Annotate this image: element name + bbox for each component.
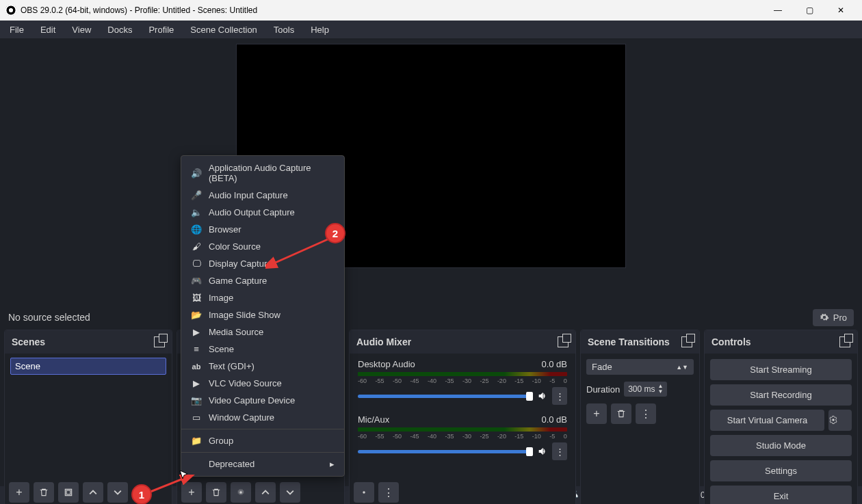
channel-level: 0.0 dB [541,359,567,369]
menu-group[interactable]: 📁Group [181,432,344,449]
svg-rect-1 [66,490,70,494]
remove-scene-button[interactable] [34,482,54,503]
menu-docks[interactable]: Docks [101,23,139,37]
audio-mixer-panel: Audio Mixer Desktop Audio 0.0 dB -60-55-… [349,330,576,504]
chevron-right-icon: ▸ [330,459,335,469]
menu-image-slide-show[interactable]: 📂Image Slide Show [181,306,344,323]
menu-text-gdi[interactable]: abText (GDI+) [181,358,344,375]
virtual-camera-settings-button[interactable] [828,410,852,431]
folder-icon: 📂 [191,310,202,320]
add-source-context-menu: 🔊Application Audio Capture (BETA) 🎤Audio… [181,155,345,477]
window-title: OBS 29.0.2 (64-bit, windows) - Profile: … [21,5,762,15]
scene-down-button[interactable] [107,482,128,503]
menu-help[interactable]: Help [304,23,336,37]
source-up-button[interactable] [255,482,276,503]
annotation-badge-1: 1 [131,484,152,504]
minimize-button[interactable]: — [762,0,794,21]
mixer-channel-desktop: Desktop Audio 0.0 dB -60-55-50-45-40-35-… [358,359,567,405]
channel-menu-button[interactable]: ⋮ [552,442,567,460]
start-recording-button[interactable]: Start Recording [710,384,852,406]
brush-icon: 🖌 [191,241,202,252]
properties-label: Pro [833,313,847,323]
source-toolbar: No source selected Pro [0,305,862,330]
scene-filters-button[interactable] [58,482,79,503]
channel-level: 0.0 dB [541,414,567,425]
titlebar: OBS 29.0.2 (64-bit, windows) - Profile: … [0,0,862,21]
menu-scene-collection[interactable]: Scene Collection [183,23,264,37]
remove-transition-button[interactable] [611,403,631,424]
menubar: File Edit View Docks Profile Scene Colle… [0,21,862,38]
no-source-label: No source selected [8,312,90,323]
meter-ticks: -60-55-50-45-40-35-30-25-20-15-10-50 [358,377,567,384]
scene-up-button[interactable] [83,482,103,503]
mixer-channel-mic: Mic/Aux 0.0 dB -60-55-50-45-40-35-30-25-… [358,414,567,460]
transition-select[interactable]: Fade ▲▼ [586,359,694,375]
menu-vlc-source[interactable]: ▶VLC Video Source [181,375,344,392]
speaker-icon: 🔈 [191,207,202,217]
transitions-panel: Scene Transitions Fade ▲▼ Duration 300 m… [580,330,700,504]
sources-toolbar: + [181,482,300,503]
close-button[interactable]: ✕ [825,0,857,21]
mic-icon: 🎤 [191,190,202,200]
preview-area [0,38,862,305]
start-virtual-camera-button[interactable]: Start Virtual Camera [710,410,824,431]
controls-panel: Controls Start Streaming Start Recording… [704,330,858,504]
obs-app-icon [5,5,16,16]
menu-media-source[interactable]: ▶Media Source [181,323,344,341]
menu-window-capture[interactable]: ▭Window Capture [181,409,344,426]
menu-profile[interactable]: Profile [142,23,181,37]
studio-mode-button[interactable]: Studio Mode [710,435,852,456]
source-down-button[interactable] [280,482,300,503]
controls-title: Controls [711,336,751,347]
menu-separator [181,452,344,453]
popout-icon[interactable] [681,336,692,347]
folder-icon: 📁 [191,436,202,446]
mixer-title: Audio Mixer [356,336,411,347]
exit-button[interactable]: Exit [710,486,852,504]
add-scene-button[interactable]: + [9,482,29,503]
speaker-icon[interactable] [537,390,548,401]
menu-image[interactable]: 🖼Image [181,289,344,306]
volume-slider[interactable] [358,450,533,453]
camera-icon: 📷 [191,395,202,406]
channel-menu-button[interactable]: ⋮ [552,387,567,405]
speaker-icon[interactable] [537,446,548,457]
popout-icon[interactable] [839,336,850,347]
menu-view[interactable]: View [65,23,98,37]
menu-tools[interactable]: Tools [267,23,301,37]
volume-slider[interactable] [358,395,533,398]
menu-deprecated[interactable]: Deprecated▸ [181,455,344,473]
svg-point-3 [363,491,365,494]
menu-audio-input-capture[interactable]: 🎤Audio Input Capture [181,187,344,204]
window-buttons: — ▢ ✕ [762,0,857,21]
settings-button[interactable]: Settings [710,460,852,481]
play-icon: ▶ [191,378,202,388]
menu-audio-output-capture[interactable]: 🔈Audio Output Capture [181,204,344,221]
menu-app-audio-capture[interactable]: 🔊Application Audio Capture (BETA) [181,159,344,187]
transitions-title: Scene Transitions [588,336,670,347]
popout-icon[interactable] [154,336,165,347]
meter-ticks: -60-55-50-45-40-35-30-25-20-15-10-50 [358,433,567,440]
properties-button[interactable]: Pro [813,309,854,326]
menu-scene[interactable]: ≡Scene [181,341,344,358]
menu-file[interactable]: File [3,23,31,37]
mixer-settings-button[interactable] [354,482,374,503]
menu-video-capture-device[interactable]: 📷Video Capture Device [181,392,344,409]
scenes-toolbar: + [9,482,128,503]
start-streaming-button[interactable]: Start Streaming [710,359,852,380]
popout-icon[interactable] [558,336,569,347]
remove-source-button[interactable] [206,482,226,503]
transition-menu-button[interactable]: ⋮ [636,403,656,424]
vu-meter [358,372,567,376]
menu-game-capture[interactable]: 🎮Game Capture [181,272,344,289]
monitor-icon: 🖵 [191,258,202,269]
duration-input[interactable]: 300 ms ▲▼ [624,382,667,397]
add-transition-button[interactable]: + [586,403,607,424]
scenes-title: Scenes [12,336,45,347]
scene-item[interactable]: Scene [10,358,166,375]
mixer-menu-button[interactable]: ⋮ [378,482,399,503]
source-properties-button[interactable] [231,482,251,503]
text-icon: ab [191,362,202,371]
maximize-button[interactable]: ▢ [794,0,825,21]
menu-edit[interactable]: Edit [34,23,62,37]
